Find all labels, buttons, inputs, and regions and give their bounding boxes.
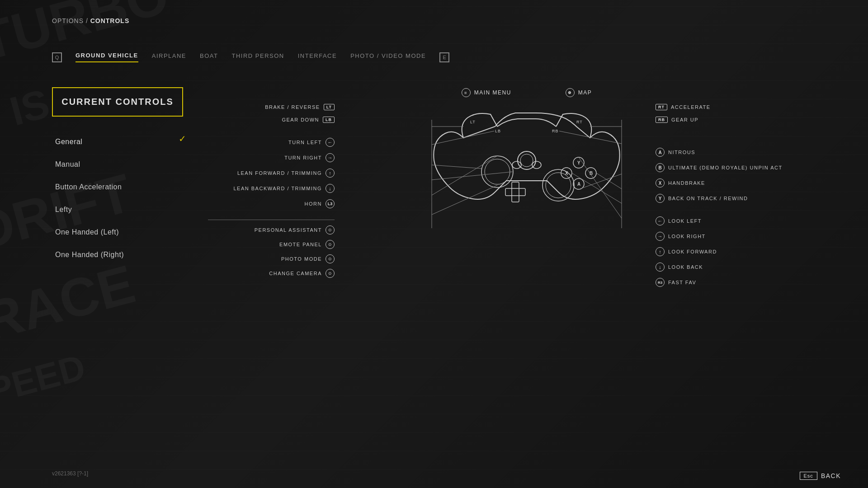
label-look-right: LOOK RIGHT — [668, 234, 706, 239]
control-back-on-track: Y BACK ON TRACK / REWIND — [656, 194, 845, 203]
control-look-forward: ↑ LOOK FORWARD — [656, 247, 845, 256]
current-controls-button[interactable]: CURRENT CONTROLS — [52, 87, 183, 117]
tab-ground-vehicle[interactable]: GROUND VEHICLE — [75, 52, 138, 62]
control-personal-assistant: PERSONAL ASSISTANT ⊙ — [208, 225, 335, 235]
control-photo-mode: PHOTO MODE ⊙ — [208, 254, 335, 263]
badge-rstick-down: ↓ — [656, 263, 665, 272]
label-nitrous: NITROUS — [668, 150, 695, 155]
label-gear-up: GEAR UP — [671, 117, 698, 122]
tab-interface[interactable]: INTERFACE — [298, 52, 337, 62]
back-label: BACK — [821, 472, 841, 479]
label-look-back: LOOK BACK — [668, 264, 703, 270]
badge-fast-fav: R3 — [656, 278, 665, 287]
svg-text:RB: RB — [552, 129, 559, 133]
badge-rb: RB — [656, 117, 668, 123]
map-icon: ⊕ — [566, 88, 575, 97]
badge-photo-mode: ⊙ — [326, 254, 335, 263]
label-emote-panel: EMOTE PANEL — [279, 242, 322, 247]
preset-manual[interactable]: Manual — [55, 160, 124, 169]
tab-third-person[interactable]: THIRD PERSON — [231, 52, 284, 62]
svg-text:RT: RT — [576, 120, 583, 124]
svg-point-4 — [481, 156, 513, 188]
preset-one-handed-left[interactable]: One Handed (Left) — [55, 228, 124, 236]
svg-point-10 — [520, 154, 533, 167]
main-menu-icon: ≡ — [462, 88, 471, 97]
tab-bracket-e[interactable]: E — [439, 52, 449, 62]
svg-line-26 — [432, 156, 497, 195]
badge-emote-panel: ⊙ — [326, 240, 335, 249]
svg-text:A: A — [577, 182, 580, 187]
control-handbrake: X HANDBRAKE — [656, 178, 845, 188]
main-menu-text: MAIN MENU — [474, 89, 511, 96]
esc-key-badge[interactable]: Esc — [800, 472, 817, 480]
control-gear-up: RB GEAR UP — [656, 117, 845, 123]
control-look-back: ↓ LOOK BACK — [656, 263, 845, 272]
label-accelerate: ACCELERATE — [671, 104, 711, 110]
control-emote-panel: EMOTE PANEL ⊙ — [208, 240, 335, 249]
top-labels: ≡ MAIN MENU ⊕ MAP — [208, 88, 845, 97]
control-change-camera: CHANGE CAMERA ⊙ — [208, 269, 335, 278]
badge-rstick-right: → — [656, 232, 665, 241]
svg-point-11 — [532, 161, 541, 169]
preset-lefty[interactable]: Lefty — [55, 206, 124, 214]
label-change-camera: CHANGE CAMERA — [269, 271, 322, 276]
badge-lstick-up: ↑ — [326, 169, 335, 178]
left-separator — [208, 220, 335, 220]
label-handbrake: HANDBRAKE — [668, 180, 705, 186]
svg-point-8 — [512, 161, 521, 169]
badge-lstick-down: ↓ — [326, 184, 335, 193]
map-label: ⊕ MAP — [566, 88, 592, 97]
badge-personal-assistant: ⊙ — [326, 225, 335, 235]
label-look-forward: LOOK FORWARD — [668, 249, 717, 254]
badge-lt: LT — [324, 104, 335, 110]
control-nitrous: A NITROUS — [656, 148, 845, 157]
label-turn-right: TURN RIGHT — [284, 155, 322, 160]
breadcrumb: OPTIONS / CONTROLS — [52, 17, 129, 24]
label-brake: BRAKE / REVERSE — [265, 104, 320, 110]
svg-line-33 — [579, 157, 622, 218]
tab-boat[interactable]: BOAT — [200, 52, 218, 62]
preset-button-acceleration[interactable]: Button Acceleration — [55, 183, 124, 191]
badge-b: B — [656, 163, 665, 172]
label-lean-backward: LEAN BACKWARD / TRIMMING — [233, 186, 322, 191]
svg-text:X: X — [565, 171, 568, 176]
tabs-container: Q GROUND VEHICLE AIRPLANE BOAT THIRD PER… — [52, 52, 449, 62]
svg-point-13 — [546, 173, 571, 198]
svg-rect-7 — [505, 188, 525, 196]
badge-lb: LB — [323, 117, 335, 123]
label-fast-fav: FAST FAV — [668, 280, 696, 285]
tab-bracket-q[interactable]: Q — [52, 52, 62, 62]
badge-a: A — [656, 148, 665, 157]
control-turn-left: TURN LEFT ← — [208, 138, 335, 147]
svg-line-25 — [432, 172, 513, 180]
main-menu-label: ≡ MAIN MENU — [462, 88, 511, 97]
label-photo-mode: PHOTO MODE — [281, 256, 322, 262]
control-horn: HORN L3 — [208, 199, 335, 208]
svg-point-12 — [542, 169, 574, 201]
right-controls-list: RT ACCELERATE RB GEAR UP A NITROUS B ULT… — [656, 104, 845, 293]
control-ultimate: B ULTIMATE (DEMO ROYALE) UNPIN ACT — [656, 163, 845, 172]
control-gear-down: GEAR DOWN LB — [208, 117, 335, 123]
badge-lstick-press: L3 — [326, 199, 335, 208]
svg-rect-6 — [512, 182, 519, 202]
breadcrumb-prefix: OPTIONS / — [52, 17, 88, 24]
label-horn: HORN — [305, 201, 322, 206]
tab-photo-video[interactable]: PHOTO / VIDEO MODE — [350, 52, 426, 62]
back-button[interactable]: Esc BACK — [800, 472, 841, 480]
badge-change-camera: ⊙ — [326, 269, 335, 278]
version-text: v2621363 [?-1] — [52, 470, 88, 477]
badge-lstick-left: ← — [326, 138, 335, 147]
tab-airplane[interactable]: AIRPLANE — [152, 52, 186, 62]
control-look-right: → LOOK RIGHT — [656, 232, 845, 241]
preset-list: General Manual Button Acceleration Lefty… — [55, 138, 124, 273]
control-lean-backward: LEAN BACKWARD / TRIMMING ↓ — [208, 184, 335, 193]
badge-lstick-right: → — [326, 153, 335, 162]
badge-rstick-up: ↑ — [656, 247, 665, 256]
preset-general[interactable]: General — [55, 138, 124, 146]
svg-text:LT: LT — [470, 120, 476, 124]
badge-rstick-left: ← — [656, 216, 665, 225]
control-fast-fav: R3 FAST FAV — [656, 278, 845, 287]
label-personal-assistant: PERSONAL ASSISTANT — [255, 227, 322, 233]
preset-one-handed-right[interactable]: One Handed (Right) — [55, 251, 124, 259]
label-look-left: LOOK LEFT — [668, 218, 702, 224]
